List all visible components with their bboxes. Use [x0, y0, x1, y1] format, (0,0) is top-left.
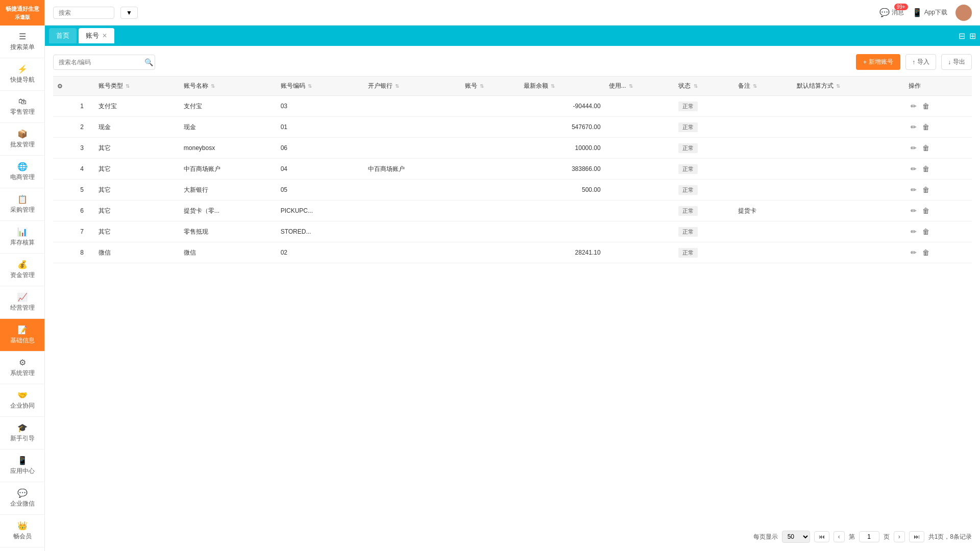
row-type: 其它	[94, 138, 180, 159]
edit-button[interactable]: ✏	[909, 164, 919, 174]
header-left: ▼	[53, 7, 138, 19]
row-gear	[53, 242, 69, 263]
avatar[interactable]	[955, 5, 972, 21]
sidebar-item-finance-mgmt[interactable]: 💰 资金管理	[0, 254, 44, 286]
sidebar-item-label: 快捷导航	[10, 76, 35, 83]
th-gear[interactable]: ⚙	[53, 77, 69, 96]
sidebar-item-app-center[interactable]: 📱 应用中心	[0, 449, 44, 482]
th-remark[interactable]: 备注 ⇅	[734, 77, 793, 96]
th-type[interactable]: 账号类型 ⇅	[94, 77, 180, 96]
app-download-icon: 📱	[912, 8, 922, 17]
th-name[interactable]: 账号名称 ⇅	[180, 77, 277, 96]
row-gear	[53, 221, 69, 242]
edit-button[interactable]: ✏	[909, 185, 919, 195]
delete-button[interactable]: 🗑	[920, 164, 932, 174]
sidebar-item-wholesale-mgmt[interactable]: 📦 批发管理	[0, 123, 44, 156]
th-code[interactable]: 账号编码 ⇅	[277, 77, 364, 96]
th-account[interactable]: 账号 ⇅	[461, 77, 520, 96]
quick-nav-icon: ⚡	[3, 64, 42, 74]
delete-button[interactable]: 🗑	[920, 185, 932, 195]
first-page-button[interactable]: ⏮	[814, 531, 829, 542]
edit-button[interactable]: ✏	[909, 206, 919, 216]
sort-icon-name: ⇅	[211, 83, 215, 89]
sidebar-item-retail-mgmt[interactable]: 🛍 零售管理	[0, 91, 44, 123]
delete-button[interactable]: 🗑	[920, 206, 932, 216]
home-tab-label: 首页	[56, 31, 69, 40]
next-page-button[interactable]: ›	[894, 531, 905, 542]
sidebar-item-basic-info[interactable]: 📝 基础信息	[0, 319, 44, 352]
th-balance[interactable]: 最新余额 ⇅	[520, 77, 605, 96]
sidebar-item-operations-mgmt[interactable]: 📈 经营管理	[0, 286, 44, 319]
row-default-settlement	[793, 180, 904, 201]
th-usage[interactable]: 使用... ⇅	[605, 77, 675, 96]
edit-button[interactable]: ✏	[909, 227, 919, 237]
purchase-mgmt-icon: 📋	[3, 194, 42, 204]
row-default-settlement	[793, 138, 904, 159]
search-input[interactable]	[54, 56, 140, 69]
edit-button[interactable]: ✏	[909, 143, 919, 153]
row-name: 微信	[180, 242, 277, 263]
sidebar-item-inventory-calc[interactable]: 📊 库存核算	[0, 221, 44, 254]
sidebar-item-label: 零售管理	[10, 108, 35, 115]
row-code: PICKUPC...	[277, 201, 364, 221]
search-button[interactable]: 🔍	[140, 55, 155, 69]
th-default-settlement[interactable]: 默认结算方式 ⇅	[793, 77, 904, 96]
delete-button[interactable]: 🗑	[920, 101, 932, 111]
tab-home[interactable]: 首页	[49, 28, 77, 43]
app-download-action[interactable]: 📱 App下载	[912, 8, 947, 17]
tab-expand-button[interactable]: ⊞	[969, 31, 976, 41]
sort-icon-status: ⇅	[694, 83, 698, 89]
status-badge: 正常	[678, 122, 698, 132]
th-account-label: 账号	[465, 82, 477, 89]
row-usage	[605, 201, 675, 221]
sidebar-item-vip-member[interactable]: 👑 畅会员	[0, 515, 44, 547]
edit-button[interactable]: ✏	[909, 101, 919, 111]
row-remark	[734, 180, 793, 201]
edit-button[interactable]: ✏	[909, 247, 919, 258]
sidebar-item-system-mgmt[interactable]: ⚙ 系统管理	[0, 352, 44, 384]
prev-page-button[interactable]: ‹	[834, 531, 845, 542]
table-row: 4 其它 中百商场账户 04 中百商场账户 383866.00 正常 ✏ 🗑	[53, 159, 972, 180]
th-type-label: 账号类型	[99, 82, 123, 89]
add-account-button[interactable]: + 新增账号	[856, 54, 900, 70]
new-guide-icon: 🎓	[3, 423, 42, 433]
sidebar-item-purchase-mgmt[interactable]: 📋 采购管理	[0, 188, 44, 221]
page-size-select[interactable]: 50 10 20 100	[782, 531, 810, 543]
delete-button[interactable]: 🗑	[920, 122, 932, 132]
tab-account[interactable]: 账号 ✕	[79, 28, 114, 43]
content-area: 🔍 + 新增账号 ↑ 导入 ↓ 导出	[45, 46, 980, 551]
delete-button[interactable]: 🗑	[920, 247, 932, 258]
header-search-input[interactable]	[53, 7, 114, 19]
row-num: 4	[69, 159, 94, 180]
row-type: 其它	[94, 221, 180, 242]
row-name: 支付宝	[180, 96, 277, 117]
last-page-button[interactable]: ⏭	[909, 531, 924, 542]
sidebar-item-quick-nav[interactable]: ⚡ 快捷导航	[0, 58, 44, 91]
sidebar-item-enterprise-agreement[interactable]: 🤝 企业协同	[0, 384, 44, 417]
row-usage	[605, 96, 675, 117]
row-balance: 10000.00	[520, 138, 605, 159]
operations-mgmt-icon: 📈	[3, 292, 42, 302]
th-status[interactable]: 状态 ⇅	[674, 77, 734, 96]
th-bank[interactable]: 开户银行 ⇅	[364, 77, 461, 96]
sidebar-item-search-menu[interactable]: ☰ 搜索菜单	[0, 26, 44, 58]
row-bank	[364, 242, 461, 263]
export-button[interactable]: ↓ 导出	[941, 54, 972, 70]
sidebar-item-enterprise-wechat[interactable]: 💬 企业微信	[0, 482, 44, 515]
tab-close-icon[interactable]: ✕	[102, 32, 107, 39]
header-dropdown-button[interactable]: ▼	[120, 7, 138, 19]
delete-button[interactable]: 🗑	[920, 143, 932, 153]
import-button[interactable]: ↑ 导入	[905, 54, 936, 70]
edit-button[interactable]: ✏	[909, 122, 919, 132]
row-name: 中百商场账户	[180, 159, 277, 180]
row-type: 其它	[94, 201, 180, 221]
page-input[interactable]	[859, 531, 879, 542]
message-action[interactable]: 💬 消息 99+	[879, 8, 904, 17]
tab-collapse-button[interactable]: ⊟	[959, 31, 965, 41]
row-num: 3	[69, 138, 94, 159]
row-actions: ✏ 🗑	[904, 138, 972, 159]
delete-button[interactable]: 🗑	[920, 227, 932, 237]
pagination: 每页显示 50 10 20 100 ⏮ ‹ 第 页 › ⏭ 共1页，8条记录	[53, 522, 972, 543]
sidebar-item-ecommerce-mgmt[interactable]: 🌐 电商管理	[0, 156, 44, 188]
sidebar-item-new-guide[interactable]: 🎓 新手引导	[0, 417, 44, 449]
